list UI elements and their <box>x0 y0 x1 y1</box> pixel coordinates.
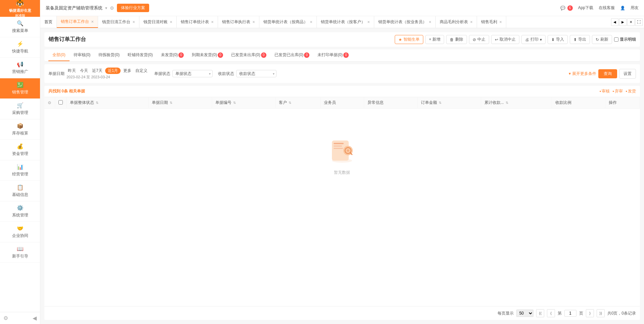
online-service-link[interactable]: 在线客服 <box>599 5 615 11</box>
audit-action[interactable]: 审核 <box>599 88 610 94</box>
tab-9[interactable]: 商品毛利分析表✕ <box>436 16 477 28</box>
filter-tab-6[interactable]: 已发货未出库(0)0 <box>227 49 270 61</box>
export-btn[interactable]: ⬆ 导出 <box>570 35 590 44</box>
filter-tab-7[interactable]: 已发货已出库(0)0 <box>270 49 314 61</box>
cancel-stop-btn[interactable]: ↩ 取消中止 <box>491 35 519 44</box>
tab-close-5[interactable]: ✕ <box>252 20 255 24</box>
filter-tab-5[interactable]: 到期未发货(0)0 <box>188 49 227 61</box>
tab-8[interactable]: 销货单统计表（按业务员）✕ <box>374 16 436 28</box>
sidebar-item-shortcut[interactable]: ⚡快捷导航 <box>0 37 40 58</box>
sidebar-item-inventory[interactable]: 📦库存核算 <box>0 119 40 140</box>
sidebar-item-sales[interactable]: 💹销售管理 <box>0 78 40 99</box>
page-input[interactable] <box>564 310 576 317</box>
select-all-checkbox[interactable] <box>58 100 63 105</box>
industry-btn[interactable]: 体验行业方案 <box>117 4 149 12</box>
date-7days[interactable]: 近7天 <box>91 68 104 74</box>
sort-date[interactable]: ⇅ <box>170 101 172 105</box>
date-more[interactable]: 更多 <box>122 68 133 74</box>
tab-arrow-right[interactable]: ▶ <box>619 18 627 26</box>
delete-btn[interactable]: 🗑 删除 <box>446 35 467 44</box>
status-select[interactable]: 单据状态 <box>172 70 213 77</box>
page-size-select[interactable]: 50 20 100 <box>516 310 533 317</box>
tab-arrow-left[interactable]: ◀ <box>611 18 618 26</box>
tab-1[interactable]: 销售订单工作台✕ <box>57 16 98 28</box>
dropdown-icon[interactable]: ▾ <box>105 6 107 10</box>
cancel-audit-action[interactable]: 弃审 <box>612 88 623 94</box>
filter-tab-1[interactable]: 待审核(0) <box>70 49 95 61</box>
sidebar-item-system[interactable]: ⚙️系统管理 <box>0 201 40 222</box>
show-detail-checkbox[interactable] <box>614 37 618 42</box>
data-header: 共找到 0条 相关单据 审核 弃审 发货 <box>44 86 640 97</box>
print-btn[interactable]: 🖨 打印 ▾ <box>521 35 546 44</box>
tab-close-1[interactable]: ✕ <box>91 20 94 24</box>
tab-close-7[interactable]: ✕ <box>367 20 370 24</box>
sidebar-item-purchase[interactable]: 🛒采购管理 <box>0 99 40 119</box>
query-btn[interactable]: 查询 <box>598 69 617 78</box>
deliver-action[interactable]: 发货 <box>626 88 636 94</box>
horizontal-scrollbar[interactable] <box>44 303 640 306</box>
tab-4[interactable]: 销售订单统计表✕ <box>177 16 218 28</box>
tab-2[interactable]: 钱货日清工作台✕ <box>98 16 139 28</box>
first-page-btn[interactable]: ⟨⟨ <box>536 309 544 317</box>
filter-tab-0[interactable]: 全部(0) <box>48 49 70 61</box>
tab-label-8: 销货单统计表（按业务员） <box>378 19 427 25</box>
tab-close-8[interactable]: ✕ <box>429 20 431 24</box>
tab-3[interactable]: 钱货日清对账✕ <box>139 16 177 28</box>
smart-btn[interactable]: ★ 智能生单 <box>395 35 423 44</box>
th-check[interactable] <box>55 97 67 109</box>
tab-close-9[interactable]: ✕ <box>470 20 473 24</box>
sort-amount[interactable]: ⇅ <box>439 101 441 105</box>
tab-6[interactable]: 销货单统计表（按商品）✕ <box>259 16 317 28</box>
date-yesterday[interactable]: 昨天 <box>67 68 77 74</box>
main-area: 装备及固定资产辅助管理系统 ▾ ⚙ 体验行业方案 💬 6 App下载 在线客服 … <box>40 0 644 324</box>
tab-fullscreen[interactable]: ⛶ <box>635 18 643 26</box>
sidebar-item-guide[interactable]: 📖新手引导 <box>0 242 40 263</box>
tab-0[interactable]: 首页 <box>40 16 57 28</box>
show-detail-checkbox-label[interactable]: 显示明细 <box>614 37 636 42</box>
sidebar-item-operations[interactable]: 📊经营管理 <box>0 160 40 181</box>
settings-header-icon[interactable]: ⚙ <box>110 5 114 11</box>
collapse-icon[interactable]: ◀ <box>33 315 37 321</box>
stop-btn[interactable]: ⊘ 中止 <box>469 35 489 44</box>
message-icon[interactable]: 💬 6 <box>560 5 572 11</box>
sidebar-item-search[interactable]: 🔍搜索菜单 <box>0 17 40 37</box>
tab-close-4[interactable]: ✕ <box>211 20 214 24</box>
filter-tab-2[interactable]: 待拣验货(0) <box>94 49 124 61</box>
tab-10[interactable]: 销售毛利✕ <box>477 16 506 28</box>
setting-btn[interactable]: 设置 <box>619 69 636 79</box>
sidebar-item-enterprise[interactable]: 🤝企业协同 <box>0 222 40 242</box>
filter-tab-4[interactable]: 未发货(0)0 <box>157 49 188 61</box>
payment-select[interactable]: 收款状态 <box>236 70 276 77</box>
filter-tab-3[interactable]: 旺铺待发货(0) <box>124 49 157 61</box>
expand-btn[interactable]: ▾ 展开更多条件 <box>569 71 596 77</box>
date-1month[interactable]: 近1月 <box>105 68 121 74</box>
app-download-link[interactable]: App下载 <box>578 5 593 11</box>
next-page-btn[interactable]: ⟩ <box>586 309 594 317</box>
sort-number[interactable]: ⇅ <box>233 101 236 105</box>
settings-icon[interactable]: ⚙ <box>3 315 8 321</box>
sort-state[interactable]: ⇅ <box>96 101 98 105</box>
svg-rect-2 <box>334 143 344 144</box>
tab-7[interactable]: 销货单统计表（按客户）✕ <box>317 16 374 28</box>
date-today[interactable]: 今天 <box>79 68 89 74</box>
th-settings[interactable]: ⚙ <box>44 97 55 109</box>
sort-customer[interactable]: ⇅ <box>289 101 291 105</box>
tab-close-6[interactable]: ✕ <box>310 20 312 24</box>
sidebar-item-basic[interactable]: 📋基础信息 <box>0 181 40 201</box>
tab-close-2[interactable]: ✕ <box>132 20 135 24</box>
import-btn[interactable]: ⬇ 导入 <box>548 35 568 44</box>
refresh-btn[interactable]: ↻ 刷新 <box>592 35 612 44</box>
empty-illustration <box>325 135 359 166</box>
last-page-btn[interactable]: ⟩⟩ <box>597 309 605 317</box>
sidebar-item-marketing[interactable]: 📢营销推广 <box>0 58 40 78</box>
date-custom[interactable]: 自定义 <box>134 68 149 74</box>
new-btn[interactable]: + 新增 <box>425 35 444 44</box>
tab-5[interactable]: 销售订单执行表✕ <box>218 16 259 28</box>
tab-close-3[interactable]: ✕ <box>170 20 172 24</box>
prev-page-btn[interactable]: ⟨ <box>547 309 555 317</box>
tab-close-all[interactable]: ✕ <box>627 18 635 26</box>
tab-close-10[interactable]: ✕ <box>499 20 502 24</box>
sort-collected[interactable]: ⇅ <box>506 101 508 105</box>
filter-tab-8[interactable]: 未打印单据(0)0 <box>313 49 353 61</box>
sidebar-item-finance[interactable]: 💰资金管理 <box>0 140 40 160</box>
